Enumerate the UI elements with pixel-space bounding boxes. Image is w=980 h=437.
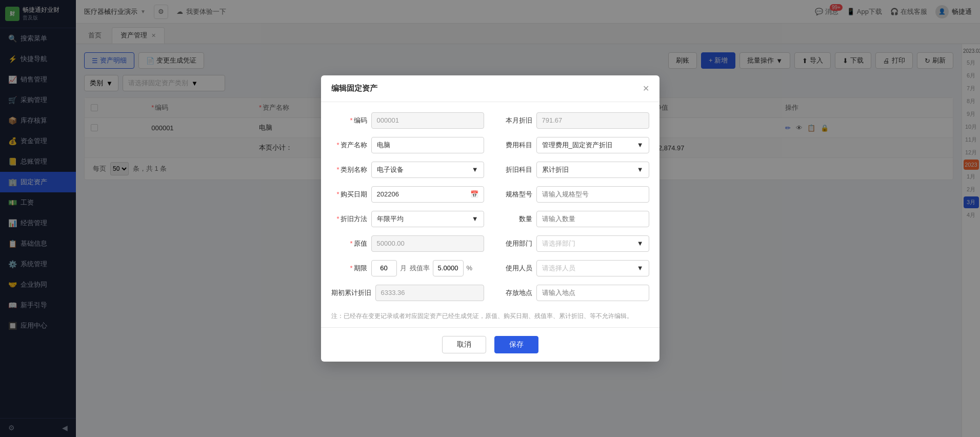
depreciation-subject-label: 折旧科目 — [496, 165, 532, 174]
period-label: *期限 — [331, 264, 367, 273]
purchase-date-label: *购买日期 — [331, 190, 367, 199]
monthly-depreciation-input — [536, 112, 649, 129]
name-label: *资产名称 — [331, 141, 367, 150]
form-item-depreciation-method: *折旧方法 年限平均 ▼ — [331, 211, 484, 227]
period-row: 月 残值率 % — [371, 260, 484, 276]
purchase-date-input[interactable]: 202206 📅 — [371, 186, 484, 203]
form-item-location: 存放地点 — [496, 285, 649, 301]
form-col-right: 本月折旧 费用科目 管理费用_固定资产折旧 ▼ 折旧科目 累计折旧 — [496, 112, 649, 301]
depreciation-subject-value: 累计折旧 — [542, 165, 569, 174]
user-label: 使用人员 — [496, 264, 532, 273]
depreciation-subject-select[interactable]: 累计折旧 ▼ — [536, 162, 649, 178]
code-input[interactable] — [371, 112, 484, 129]
spec-label: 规格型号 — [496, 190, 532, 199]
category-value: 电子设备 — [377, 165, 404, 174]
chevron-down-icon: ▼ — [637, 141, 644, 149]
expense-subject-label: 费用科目 — [496, 141, 532, 150]
form-item-monthly-depreciation: 本月折旧 — [496, 112, 649, 129]
code-label: *编码 — [331, 116, 367, 125]
user-select[interactable]: 请选择人员 ▼ — [536, 260, 649, 276]
department-placeholder: 请选择部门 — [542, 239, 575, 248]
residual-rate-input[interactable] — [433, 260, 464, 276]
calendar-icon: 📅 — [470, 190, 478, 198]
quantity-label: 数量 — [496, 214, 532, 224]
location-label: 存放地点 — [496, 288, 532, 297]
initial-depreciation-input[interactable] — [375, 285, 484, 301]
purchase-date-value: 202206 — [377, 190, 399, 198]
chevron-down-icon: ▼ — [472, 166, 478, 173]
form-item-period: *期限 月 残值率 % — [331, 260, 484, 276]
spec-input[interactable] — [536, 186, 649, 203]
form-item-code: *编码 — [331, 112, 484, 129]
form-item-quantity: 数量 — [496, 211, 649, 227]
modal-title: 编辑固定资产 — [331, 84, 377, 93]
expense-subject-select[interactable]: 管理费用_固定资产折旧 ▼ — [536, 137, 649, 153]
department-label: 使用部门 — [496, 239, 532, 248]
form-item-spec: 规格型号 — [496, 186, 649, 203]
expense-subject-value: 管理费用_固定资产折旧 — [542, 141, 612, 150]
form-item-expense-subject: 费用科目 管理费用_固定资产折旧 ▼ — [496, 137, 649, 153]
modal-note: 注：已经存在变更记录或者对应固定资产已经生成凭证，原值、购买日期、残值率、累计折… — [321, 311, 659, 327]
depreciation-method-value: 年限平均 — [377, 214, 404, 224]
chevron-down-icon: ▼ — [472, 215, 478, 223]
depreciation-method-label: *折旧方法 — [331, 214, 367, 224]
original-value-input[interactable] — [371, 235, 484, 252]
form-item-original-value: *原值 — [331, 235, 484, 252]
modal-footer: 取消 保存 — [321, 327, 659, 362]
form-item-depreciation-subject: 折旧科目 累计折旧 ▼ — [496, 162, 649, 178]
chevron-down-icon: ▼ — [637, 166, 644, 173]
form-item-purchase-date: *购买日期 202206 📅 — [331, 186, 484, 203]
period-unit: 月 — [400, 264, 407, 273]
form-item-name: *资产名称 — [331, 137, 484, 153]
save-button[interactable]: 保存 — [494, 336, 538, 353]
form-item-category: *类别名称 电子设备 ▼ — [331, 162, 484, 178]
quantity-input[interactable] — [536, 211, 649, 227]
location-input[interactable] — [536, 285, 649, 301]
modal-header: 编辑固定资产 ✕ — [321, 75, 659, 102]
form-col-left: *编码 *资产名称 *类别名称 电子设备 ▼ — [331, 112, 484, 301]
form-item-department: 使用部门 请选择部门 ▼ — [496, 235, 649, 252]
depreciation-method-select[interactable]: 年限平均 ▼ — [371, 211, 484, 227]
monthly-depreciation-label: 本月折旧 — [496, 116, 532, 125]
initial-depreciation-label: 期初累计折旧 — [331, 288, 371, 297]
edit-asset-modal: 编辑固定资产 ✕ *编码 *资产名称 *类别名称 — [321, 75, 659, 362]
original-value-label: *原值 — [331, 239, 367, 248]
form-grid: *编码 *资产名称 *类别名称 电子设备 ▼ — [331, 112, 649, 301]
category-select[interactable]: 电子设备 ▼ — [371, 162, 484, 178]
modal-close-button[interactable]: ✕ — [643, 84, 649, 93]
form-item-initial-depreciation: 期初累计折旧 — [331, 285, 484, 301]
form-item-user: 使用人员 请选择人员 ▼ — [496, 260, 649, 276]
period-input[interactable] — [371, 260, 397, 276]
modal-body: *编码 *资产名称 *类别名称 电子设备 ▼ — [321, 102, 659, 311]
residual-rate-unit: % — [467, 264, 473, 272]
chevron-down-icon: ▼ — [637, 264, 644, 272]
department-select[interactable]: 请选择部门 ▼ — [536, 235, 649, 252]
modal-overlay: 编辑固定资产 ✕ *编码 *资产名称 *类别名称 — [0, 0, 980, 437]
cancel-button[interactable]: 取消 — [442, 336, 486, 353]
user-placeholder: 请选择人员 — [542, 264, 575, 273]
category-label: *类别名称 — [331, 165, 367, 174]
chevron-down-icon: ▼ — [637, 240, 644, 247]
name-input[interactable] — [371, 137, 484, 153]
residual-rate-label: 残值率 — [410, 264, 430, 273]
